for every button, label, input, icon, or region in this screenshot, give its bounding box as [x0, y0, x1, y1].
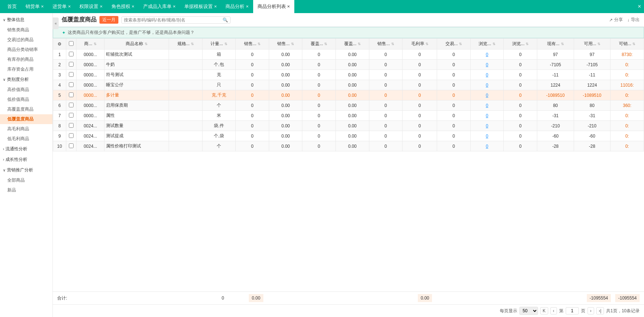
row-spec — [169, 131, 202, 141]
sort-icon-sq[interactable]: ⇅ — [258, 42, 260, 46]
row-sales-qty: 0 — [236, 49, 269, 60]
row-checkbox[interactable] — [66, 60, 76, 70]
row-browse1: 0 — [470, 90, 504, 100]
row-checkbox[interactable] — [66, 121, 76, 131]
search-icon[interactable]: 🔍 — [223, 17, 228, 23]
row-margin: 0 — [402, 49, 437, 60]
sidebar-section-overall[interactable]: ∨ 整体信息 — [0, 15, 52, 25]
sort-icon-name[interactable]: ⇅ — [145, 42, 148, 46]
nav-purchase[interactable]: 进货单 × — [48, 0, 75, 13]
time-filter-button[interactable]: 近一月 — [99, 16, 118, 24]
row-stock-cur: -11 — [537, 70, 574, 80]
table-row: 100024...属性价格打印测试个00.0000.0000000-28-280… — [53, 141, 644, 151]
sort-icon-c2[interactable]: ⇅ — [358, 42, 361, 46]
row-checkbox[interactable] — [66, 80, 76, 90]
row-trans: 0 — [437, 141, 471, 151]
row-browse1: 0 — [470, 70, 504, 80]
row-code: 0000... — [76, 111, 105, 121]
col-cov2: 覆盖... ⇅ — [336, 39, 369, 49]
share-icon: ↗ — [609, 17, 613, 23]
row-spec — [169, 80, 202, 90]
row-checkbox[interactable] — [66, 111, 76, 121]
sidebar-item-low-value[interactable]: 低价值商品 — [0, 95, 52, 104]
select-all-checkbox[interactable] — [69, 41, 74, 46]
row-sales-qty: 0 — [236, 100, 269, 111]
col-sales-amt: 销售... ⇅ — [269, 39, 302, 49]
sort-icon-spec[interactable]: ⇅ — [191, 42, 194, 46]
row-checkbox[interactable] — [66, 49, 76, 60]
row-checkbox[interactable] — [66, 90, 76, 100]
row-code: 0000... — [76, 90, 105, 100]
row-unit: 袋,件 — [202, 121, 236, 131]
sort-icon-c1[interactable]: ⇅ — [324, 42, 327, 46]
sidebar-item-category-turnover[interactable]: 商品分类动销率 — [0, 45, 52, 55]
sidebar-item-new-goods[interactable]: 新品 — [0, 185, 52, 195]
col-browse1: 浏览... ⇅ — [470, 39, 504, 49]
row-browse1: 0 — [470, 60, 504, 70]
row-sales-amt: 0.00 — [269, 141, 302, 151]
row-code: 0000... — [76, 100, 105, 111]
sidebar-item-high-value[interactable]: 高价值商品 — [0, 85, 52, 95]
row-spec — [169, 49, 202, 60]
row-checkbox[interactable] — [66, 141, 76, 151]
settings-col-header[interactable]: ⚙ — [53, 39, 66, 49]
sidebar-item-low-margin[interactable]: 低毛利商品 — [0, 134, 52, 144]
sort-icon-sp[interactable]: ⇅ — [391, 42, 394, 46]
row-stock-cur: 97 — [537, 49, 574, 60]
sidebar-item-stock-capital[interactable]: 库存资金占用 — [0, 64, 52, 74]
export-button[interactable]: ↓ 导出 — [627, 17, 640, 23]
sort-icon-sa[interactable]: ⇅ — [291, 42, 294, 46]
sort-icon-b1[interactable]: ⇅ — [492, 42, 495, 46]
sidebar-section-category[interactable]: ∨ 类别度分析 — [0, 74, 52, 85]
col-stock-avail: 可用... ⇅ — [574, 39, 610, 49]
sort-icon-m[interactable]: ⇅ — [425, 42, 428, 46]
nav-template[interactable]: 单据模板设置 × — [180, 0, 221, 13]
sidebar-item-low-coverage[interactable]: 低覆盖度商品 — [0, 114, 52, 124]
sidebar-section-circulation[interactable]: › 流通性分析 — [0, 144, 52, 154]
sidebar-section-marketing[interactable]: ∨ 营销推广分析 — [0, 165, 52, 175]
row-checkbox[interactable] — [66, 131, 76, 141]
nav-goods-analysis-list[interactable]: 商品分析列表 × — [253, 0, 294, 13]
sidebar-item-sales-goods[interactable]: 销售类商品 — [0, 25, 52, 35]
sort-icon-sav[interactable]: ⇅ — [597, 42, 600, 46]
nav-permissions[interactable]: 权限设置 × — [75, 0, 107, 13]
sort-icon-ss[interactable]: ⇅ — [632, 42, 635, 46]
page-label-before: 第 — [559, 308, 564, 314]
sort-icon[interactable]: ⇅ — [94, 42, 97, 46]
data-table: ⚙ 商... ⇅ 商品名称 ⇅ 规格... ⇅ 计量... ⇅ 销售... ⇅ … — [53, 38, 644, 151]
sort-icon-sc[interactable]: ⇅ — [561, 42, 564, 46]
row-checkbox[interactable] — [66, 100, 76, 111]
collapse-sidebar-button[interactable]: « — [53, 17, 59, 29]
sidebar-item-stock-goods[interactable]: 有库存的商品 — [0, 55, 52, 64]
row-number: 1 — [53, 49, 66, 60]
first-page-button[interactable]: K — [540, 307, 548, 314]
nav-production[interactable]: 产成品入库单 × — [139, 0, 180, 13]
nav-role[interactable]: 角色授权 × — [107, 0, 139, 13]
last-page-button[interactable]: ›| — [596, 307, 604, 314]
row-cov1: 0 — [302, 60, 336, 70]
sidebar-section-growth[interactable]: › 成长性分析 — [0, 154, 52, 165]
share-button[interactable]: ↗ 分享 — [609, 17, 623, 23]
sidebar-item-traded-goods[interactable]: 交易过的商品 — [0, 35, 52, 45]
row-sales-qty: 0 — [236, 111, 269, 121]
row-name: 多计量 — [105, 90, 169, 100]
sort-icon-unit[interactable]: ⇅ — [224, 42, 227, 46]
page-size-select[interactable]: 50 100 200 — [519, 307, 538, 315]
checkbox-col-header[interactable] — [66, 39, 76, 49]
prev-page-button[interactable]: ‹ — [550, 307, 557, 314]
nav-goods-analysis[interactable]: 商品分析 × — [221, 0, 253, 13]
search-input[interactable] — [124, 17, 221, 23]
nav-home[interactable]: 首页 — [3, 0, 21, 13]
page-number-input[interactable] — [566, 307, 579, 314]
row-cov1: 0 — [302, 90, 336, 100]
sidebar-item-all-goods[interactable]: 全部商品 — [0, 175, 52, 185]
row-code: 0000... — [76, 60, 105, 70]
next-page-button[interactable]: › — [588, 307, 594, 314]
sidebar-item-high-coverage[interactable]: 高覆盖度商品 — [0, 104, 52, 114]
sort-icon-b2[interactable]: ⇅ — [526, 42, 529, 46]
sidebar-item-high-margin[interactable]: 高毛利商品 — [0, 124, 52, 134]
nav-sales[interactable]: 销货单 × — [21, 0, 48, 13]
row-checkbox[interactable] — [66, 70, 76, 80]
sort-icon-t[interactable]: ⇅ — [459, 42, 462, 46]
close-button[interactable]: × — [638, 3, 641, 10]
